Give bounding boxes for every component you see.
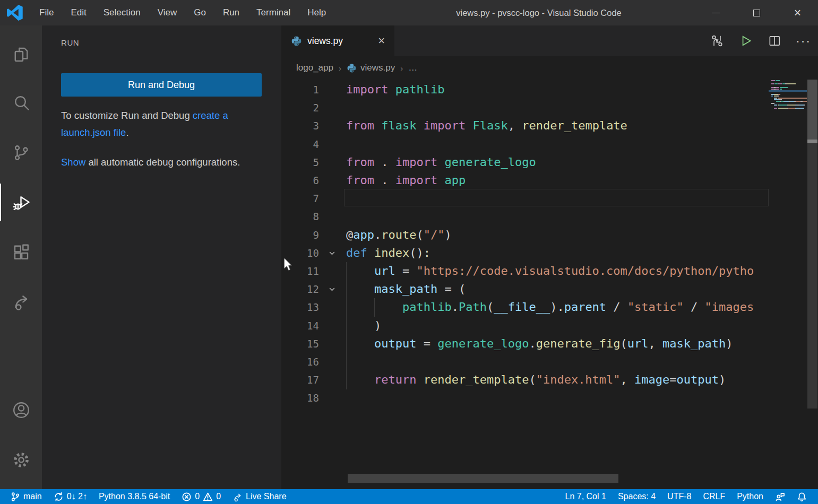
- code-line-18[interactable]: 18: [281, 389, 818, 407]
- more-actions-icon[interactable]: ···: [796, 33, 811, 48]
- close-button[interactable]: ×: [777, 0, 818, 25]
- menu-edit[interactable]: Edit: [62, 0, 94, 25]
- run-file-icon[interactable]: [738, 33, 753, 48]
- settings-icon[interactable]: [0, 441, 42, 479]
- code-editor[interactable]: 1import pathlib23from flask import Flask…: [281, 80, 818, 489]
- link[interactable]: Show: [61, 157, 85, 168]
- line-number[interactable]: 1: [281, 81, 319, 99]
- code-line-14[interactable]: 14 ): [281, 317, 818, 335]
- menu-file[interactable]: File: [31, 0, 62, 25]
- code-line-7[interactable]: 7: [281, 189, 818, 207]
- editor-group: views.py × ··· l: [281, 25, 818, 489]
- run-and-debug-button[interactable]: Run and Debug: [61, 73, 262, 97]
- status-live-share[interactable]: Live Share: [227, 489, 292, 504]
- status-main[interactable]: main: [4, 489, 48, 504]
- minimap-line: [784, 101, 789, 102]
- warning-icon: [203, 492, 213, 502]
- status-feedback[interactable]: [769, 489, 791, 504]
- breadcrumb-logo_app[interactable]: logo_app: [296, 63, 333, 73]
- horizontal-scrollbar-thumb[interactable]: [348, 474, 618, 483]
- menu-help[interactable]: Help: [299, 0, 334, 25]
- code-line-17[interactable]: 17 return render_template("index.html", …: [281, 371, 818, 389]
- status-python-3-8-5-64-bit[interactable]: Python 3.8.5 64-bit: [93, 489, 176, 504]
- search-icon[interactable]: [0, 84, 42, 121]
- overview-ruler-cursor-mark: [807, 140, 817, 143]
- line-number[interactable]: 5: [281, 153, 319, 171]
- line-number[interactable]: 13: [281, 298, 319, 316]
- live-share-icon[interactable]: [0, 283, 42, 320]
- line-number[interactable]: 17: [281, 371, 319, 389]
- status-spaces-4[interactable]: Spaces: 4: [612, 489, 661, 504]
- menu-view[interactable]: View: [149, 0, 186, 25]
- code-line-1[interactable]: 1import pathlib: [281, 81, 818, 99]
- python-file-icon: [291, 36, 302, 47]
- line-number[interactable]: 9: [281, 226, 319, 244]
- tab-close-icon[interactable]: ×: [376, 34, 387, 48]
- breadcrumbs: logo_app›views.py›…: [281, 56, 818, 80]
- minimap-line: [780, 94, 780, 95]
- open-changes-icon[interactable]: [710, 33, 725, 48]
- code-text: @app.route("/"): [346, 226, 769, 244]
- code-line-13[interactable]: 13 pathlib.Path(__file__).parent / "stat…: [281, 298, 818, 316]
- code-line-15[interactable]: 15 output = generate_logo.generate_fig(u…: [281, 335, 818, 353]
- code-line-10[interactable]: 10def index():: [281, 244, 818, 262]
- minimize-button[interactable]: [695, 0, 736, 25]
- fold-chevron-icon[interactable]: [328, 249, 342, 257]
- line-number[interactable]: 4: [281, 135, 319, 153]
- menu-go[interactable]: Go: [185, 0, 214, 25]
- line-number[interactable]: 7: [281, 189, 319, 207]
- line-number[interactable]: 16: [281, 353, 319, 371]
- line-number[interactable]: 3: [281, 117, 319, 135]
- code-line-11[interactable]: 11 url = "https://code.visualstudio.com/…: [281, 262, 818, 280]
- status-label: Python 3.8.5 64-bit: [99, 492, 170, 501]
- code-line-5[interactable]: 5from . import generate_logo: [281, 153, 818, 171]
- code-line-16[interactable]: 16: [281, 353, 818, 371]
- breadcrumb-symbols[interactable]: …: [408, 63, 417, 73]
- code-line-12[interactable]: 12 mask_path = (: [281, 280, 818, 298]
- line-number[interactable]: 12: [281, 280, 319, 298]
- status-utf-8[interactable]: UTF-8: [661, 489, 697, 504]
- minimap[interactable]: [769, 80, 807, 489]
- line-number[interactable]: 14: [281, 317, 319, 335]
- error-icon: [182, 492, 192, 502]
- vertical-scrollbar[interactable]: [807, 80, 818, 489]
- code-line-4[interactable]: 4: [281, 135, 818, 153]
- source-control-icon[interactable]: [0, 134, 42, 171]
- minimap-line: [788, 108, 795, 109]
- accounts-icon[interactable]: [0, 392, 42, 429]
- code-line-3[interactable]: 3from flask import Flask, render_templat…: [281, 117, 818, 135]
- run-sidebar: RUN Run and Debug To customize Run and D…: [42, 25, 281, 489]
- status-0-2[interactable]: 0↓ 2↑: [48, 489, 93, 504]
- menu-terminal[interactable]: Terminal: [248, 0, 299, 25]
- code-text: ): [346, 317, 769, 335]
- minimap-line: [803, 101, 807, 102]
- code-line-6[interactable]: 6from . import app: [281, 171, 818, 189]
- vertical-scrollbar-thumb[interactable]: [807, 80, 817, 142]
- fold-chevron-icon[interactable]: [328, 285, 342, 293]
- live-share-icon: [233, 492, 243, 502]
- menu-selection[interactable]: Selection: [95, 0, 149, 25]
- status-ln-7-col-1[interactable]: Ln 7, Col 1: [559, 489, 612, 504]
- line-number[interactable]: 8: [281, 207, 319, 225]
- tab-views-py[interactable]: views.py ×: [281, 25, 394, 56]
- code-line-8[interactable]: 8: [281, 207, 818, 225]
- extensions-icon[interactable]: [0, 233, 42, 271]
- breadcrumb-separator-icon: ›: [339, 64, 341, 73]
- line-number[interactable]: 2: [281, 99, 319, 117]
- line-number[interactable]: 15: [281, 335, 319, 353]
- line-number[interactable]: 6: [281, 171, 319, 189]
- status-0[interactable]: 00: [176, 489, 227, 504]
- menu-run[interactable]: Run: [214, 0, 248, 25]
- run-and-debug-icon[interactable]: [0, 184, 42, 221]
- status-bell[interactable]: [791, 489, 813, 504]
- code-line-2[interactable]: 2: [281, 99, 818, 117]
- status-python[interactable]: Python: [731, 489, 769, 504]
- status-crlf[interactable]: CRLF: [697, 489, 731, 504]
- code-line-9[interactable]: 9@app.route("/"): [281, 226, 818, 244]
- split-editor-icon[interactable]: [767, 33, 782, 48]
- minimap-line: [771, 103, 774, 104]
- explorer-icon[interactable]: [0, 36, 42, 73]
- maximize-button[interactable]: [736, 0, 777, 25]
- line-number[interactable]: 18: [281, 389, 319, 407]
- breadcrumb-views-py[interactable]: views.py: [347, 63, 395, 73]
